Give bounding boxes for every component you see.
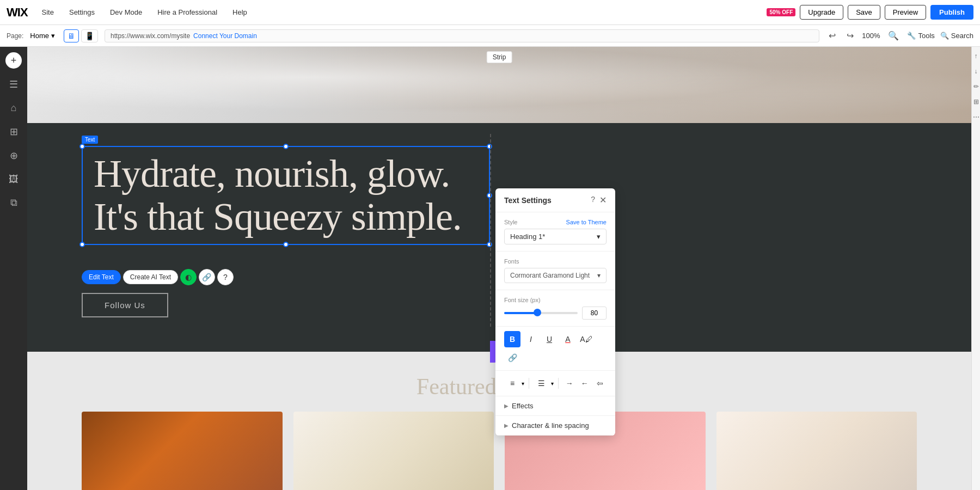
list-group: ☰ ▾	[534, 375, 554, 391]
character-spacing-section: ▶ Character & line spacing	[495, 416, 615, 436]
sidebar-home-icon[interactable]: ⌂	[7, 98, 21, 118]
effects-section: ▶ Effects	[495, 396, 615, 416]
mobile-view-button[interactable]: 📱	[81, 29, 98, 42]
slider-thumb[interactable]	[534, 309, 541, 316]
nav-settings[interactable]: Settings	[64, 6, 100, 19]
nav-devmode[interactable]: Dev Mode	[105, 6, 148, 19]
sidebar-components-icon[interactable]: ⊕	[5, 145, 22, 166]
resize-handle-tl[interactable]	[79, 144, 85, 149]
format-toolbar: B I U A A🖊 🔗	[495, 327, 615, 371]
product-item-4[interactable]	[716, 412, 917, 490]
font-size-row	[504, 307, 607, 320]
text-settings-panel: Text Settings ? ✕ Style Save to Theme He…	[495, 188, 615, 436]
tools-button[interactable]: 🔧 Tools	[907, 32, 934, 40]
text-color-button[interactable]: A	[560, 331, 576, 347]
style-label-text: Style	[504, 219, 517, 225]
more-icon[interactable]: ⋯	[971, 111, 981, 123]
format-link-button[interactable]: 🔗	[504, 350, 520, 366]
page-selector[interactable]: Home ▾	[30, 32, 55, 40]
effects-row[interactable]: ▶ Effects	[504, 402, 607, 410]
style-chevron-icon: ▾	[597, 232, 601, 241]
outdent-button[interactable]: ←	[578, 375, 591, 391]
resize-handle-tr[interactable]	[487, 144, 492, 149]
main-layout: + ☰ ⌂ ⊞ ⊕ 🖼 ⧉ Strip Text	[0, 47, 980, 490]
align-separator-2	[558, 378, 559, 389]
resize-handle-bottom[interactable]	[283, 242, 289, 247]
align-dropdown-icon[interactable]: ▾	[522, 381, 524, 387]
character-spacing-arrow-icon: ▶	[504, 422, 509, 428]
upgrade-button[interactable]: Upgrade	[800, 5, 843, 20]
panel-help-icon[interactable]: ?	[591, 195, 595, 205]
search-button[interactable]: 🔍 Search	[940, 32, 973, 40]
nav-site[interactable]: Site	[36, 6, 59, 19]
zoom-icon[interactable]: 🔍	[885, 29, 902, 42]
connect-domain-link[interactable]: Connect Your Domain	[193, 32, 257, 40]
font-size-input[interactable]	[582, 307, 607, 320]
highlight-button[interactable]: A🖊	[578, 331, 595, 347]
align-separator	[529, 378, 529, 389]
resize-handle-top[interactable]	[283, 144, 289, 149]
page-label: Page:	[7, 32, 23, 40]
wix-logo: WIX	[7, 5, 28, 20]
strip-label[interactable]: Strip	[487, 51, 512, 63]
redo-button[interactable]: ↪	[844, 29, 856, 42]
edit-text-button[interactable]: Edit Text	[82, 270, 121, 284]
text-element[interactable]: Hydrate, nourish, glow. It's that Squeez…	[82, 146, 490, 245]
dotted-divider	[490, 134, 491, 327]
create-ai-text-button[interactable]: Create AI Text	[123, 270, 178, 284]
character-spacing-row[interactable]: ▶ Character & line spacing	[504, 421, 607, 430]
product-item-1[interactable]	[82, 412, 283, 490]
save-to-theme-link[interactable]: Save to Theme	[566, 219, 607, 225]
help-button[interactable]: ?	[217, 269, 234, 285]
follow-us-button[interactable]: Follow Us	[82, 293, 168, 317]
panel-title: Text Settings	[504, 196, 552, 205]
font-value: Cormorant Garamond Light	[510, 272, 590, 279]
font-dropdown[interactable]: Cormorant Garamond Light ▾	[504, 268, 607, 283]
bullet-list-button[interactable]: ☰	[534, 375, 550, 391]
effects-label: Effects	[512, 402, 534, 410]
list-dropdown-icon[interactable]: ▾	[551, 381, 554, 387]
grid-icon[interactable]: ⊞	[971, 96, 981, 108]
resize-handle-right[interactable]	[487, 193, 492, 198]
url-bar: https://www.wix.com/mysite Connect Your …	[105, 29, 819, 42]
align-left-button[interactable]: ≡	[504, 375, 520, 391]
underline-button[interactable]: U	[541, 331, 558, 347]
undo-button[interactable]: ↩	[826, 29, 838, 42]
nav-help[interactable]: Help	[227, 6, 253, 19]
desktop-view-button[interactable]: 🖥	[64, 29, 79, 42]
indent-button[interactable]: →	[563, 375, 576, 391]
sidebar-apps-icon[interactable]: ⊞	[5, 121, 22, 142]
font-size-slider[interactable]	[504, 312, 578, 314]
scroll-down-icon[interactable]: ↓	[972, 65, 980, 77]
style-dropdown[interactable]: Heading 1* ▾	[504, 229, 607, 244]
fonts-section: Fonts Cormorant Garamond Light ▾	[495, 252, 615, 290]
add-element-button[interactable]: +	[5, 52, 22, 69]
character-spacing-label: Character & line spacing	[512, 421, 589, 430]
second-bar-right: ↩ ↪ 100% 🔍 🔧 Tools 🔍 Search	[826, 29, 973, 42]
top-bar-right: 50% OFF Upgrade Save Preview Publish	[767, 5, 973, 20]
theme-color-button[interactable]: ◐	[180, 269, 197, 285]
pen-icon[interactable]: ✏	[971, 81, 981, 93]
nav-hire[interactable]: Hire a Professional	[152, 6, 223, 19]
bold-button[interactable]: B	[504, 331, 520, 347]
text-element-label: Text	[82, 136, 98, 144]
sidebar-layers-icon[interactable]: ⧉	[6, 193, 22, 213]
product-item-2[interactable]	[293, 412, 494, 490]
publish-button[interactable]: Publish	[930, 5, 973, 20]
italic-button[interactable]: I	[523, 331, 539, 347]
scroll-up-icon[interactable]: ↑	[972, 50, 980, 62]
url-text: https://www.wix.com/mysite	[111, 32, 190, 40]
panel-close-button[interactable]: ✕	[599, 195, 607, 205]
rtl-button[interactable]: ⇦	[593, 375, 607, 391]
strip-image-top: Strip	[27, 47, 971, 123]
search-icon: 🔍	[940, 32, 949, 40]
sidebar-pages-icon[interactable]: ☰	[5, 74, 22, 95]
canvas-area: Strip Text Hydrate, nourish, glow. It's …	[27, 47, 971, 490]
preview-button[interactable]: Preview	[885, 5, 926, 20]
tools-label: Tools	[918, 32, 934, 40]
save-button[interactable]: Save	[848, 5, 880, 20]
sidebar-media-icon[interactable]: 🖼	[4, 169, 23, 189]
text-element-container: Text Hydrate, nourish, glow. It's that S…	[82, 134, 490, 245]
link-button[interactable]: 🔗	[199, 269, 215, 285]
zoom-level: 100%	[862, 32, 880, 40]
